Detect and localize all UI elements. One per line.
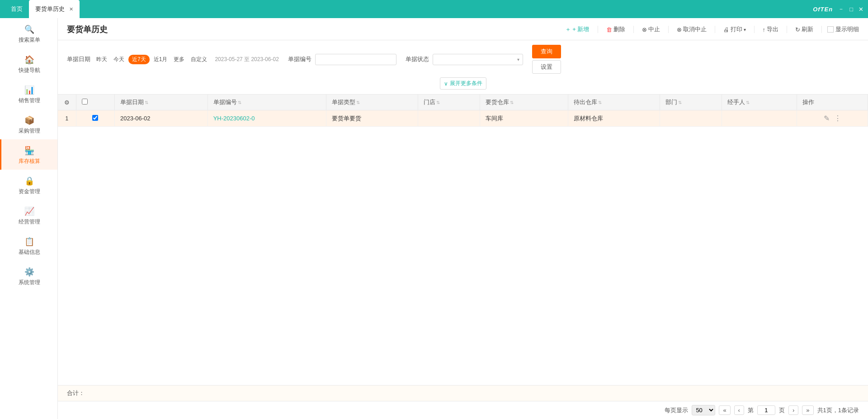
next-page-button[interactable]: ›	[788, 405, 798, 415]
sidebar-item-purchase-mgmt[interactable]: 📦 采购管理	[0, 109, 57, 139]
sort-bill-no-icon: ⇅	[238, 100, 241, 105]
cancel-stop-label: 取消中止	[683, 25, 707, 33]
date-range-display: 2023-05-27 至 2023-06-02	[215, 56, 278, 63]
minimize-icon[interactable]: －	[838, 5, 844, 13]
col-bill-type-header[interactable]: 单据类型 ⇅	[326, 95, 418, 110]
sidebar-item-system-mgmt[interactable]: ⚙️ 系统管理	[0, 261, 57, 291]
export-label: 导出	[767, 25, 778, 33]
row-checkbox[interactable]	[76, 110, 114, 127]
sidebar-item-operations-mgmt[interactable]: 📈 经营管理	[0, 200, 57, 230]
print-label: 打印	[731, 25, 742, 33]
show-detail-toggle[interactable]: 显示明细	[827, 25, 859, 33]
settings-col-icon[interactable]: ⚙	[64, 99, 70, 106]
setting-button[interactable]: 设置	[532, 60, 561, 74]
top-bar-right: OfTEn － □ ✕	[813, 5, 863, 13]
page-title: 要货单历史	[67, 24, 108, 35]
row-handler	[722, 110, 797, 127]
finance-mgmt-icon: 🔒	[24, 176, 34, 186]
refresh-button[interactable]: ↻ 刷新	[793, 24, 816, 35]
tab-requisition-history[interactable]: 要货单历史 ✕	[29, 0, 80, 18]
pagination-bar: 每页显示 20 50 100 200 « ‹ 第 页 › » 共1页，1条记录	[58, 401, 868, 419]
sidebar-item-purchase-mgmt-label: 采购管理	[19, 127, 40, 135]
stop-icon: ⊗	[642, 26, 647, 33]
export-icon: ↑	[763, 26, 766, 33]
filter-area: 单据日期 昨天 今天 近7天 近1月 更多 自定义 2023-05-27 至 2…	[58, 40, 868, 95]
col-bill-no-header[interactable]: 单据编号 ⇅	[208, 95, 326, 110]
col-department-header[interactable]: 部门 ⇅	[660, 95, 722, 110]
show-detail-checkbox[interactable]	[827, 26, 834, 33]
show-detail-label: 显示明细	[835, 25, 859, 33]
export-button[interactable]: ↑ 导出	[760, 24, 782, 35]
prev-page-button[interactable]: ‹	[734, 405, 744, 415]
col-bill-date-header[interactable]: 单据日期 ⇅	[114, 95, 208, 110]
sidebar-item-finance-mgmt-label: 资金管理	[19, 188, 40, 195]
sidebar-item-operations-mgmt-label: 经营管理	[19, 218, 40, 226]
table-header: ⚙ 单据日期 ⇅ 单据编号	[58, 95, 868, 110]
top-bar: 首页 要货单历史 ✕ OfTEn － □ ✕	[0, 0, 868, 18]
delete-label: 删除	[613, 25, 625, 33]
close-icon[interactable]: ✕	[859, 6, 863, 13]
row-edit-icon[interactable]: ✎	[824, 114, 830, 122]
col-req-warehouse-header[interactable]: 要货仓库 ⇅	[480, 95, 568, 110]
per-page-label: 每页显示	[665, 406, 688, 414]
maximize-icon[interactable]: □	[849, 6, 853, 13]
inventory-calc-icon: 🏪	[24, 146, 34, 156]
col-handler-header[interactable]: 经手人 ⇅	[722, 95, 797, 110]
first-page-button[interactable]: «	[719, 405, 730, 415]
sidebar-item-quick-nav[interactable]: 🏠 快捷导航	[0, 48, 57, 79]
date-btn-today[interactable]: 今天	[111, 55, 127, 64]
page-number-input[interactable]	[757, 405, 775, 415]
date-shortcuts: 昨天 今天 近7天 近1月 更多 自定义	[94, 55, 209, 64]
stop-label: 中止	[648, 25, 660, 33]
stop-button[interactable]: ⊗ 中止	[639, 24, 663, 35]
date-btn-more[interactable]: 更多	[171, 55, 187, 64]
sort-department-icon: ⇅	[678, 100, 682, 105]
delete-button[interactable]: 🗑 删除	[604, 24, 628, 35]
bill-status-select[interactable]	[433, 54, 523, 65]
home-tab-label: 首页	[11, 5, 23, 13]
sidebar-item-sales-mgmt[interactable]: 📊 销售管理	[0, 79, 57, 109]
new-label: + 新增	[572, 25, 589, 33]
table-row: 1 2023-06-02 YH-20230602-0 要货单要货 车间库 原材料…	[58, 110, 868, 127]
row-num: 1	[58, 110, 76, 127]
sort-req-warehouse-icon: ⇅	[510, 100, 514, 105]
sidebar-item-search-menu-label: 搜索菜单	[19, 36, 40, 44]
date-btn-custom[interactable]: 自定义	[189, 55, 209, 64]
sidebar-item-sales-mgmt-label: 销售管理	[19, 97, 40, 105]
page-input-label: 第	[748, 406, 754, 414]
refresh-icon: ↻	[795, 26, 800, 33]
col-pending-warehouse-header[interactable]: 待出仓库 ⇅	[568, 95, 660, 110]
date-btn-1month[interactable]: 近1月	[151, 55, 170, 64]
date-btn-7days[interactable]: 近7天	[128, 55, 150, 64]
cancel-stop-button[interactable]: ⊗ 取消中止	[674, 24, 709, 35]
refresh-label: 刷新	[802, 25, 813, 33]
new-button[interactable]: ＋ + 新增	[562, 24, 592, 35]
sidebar-item-finance-mgmt[interactable]: 🔒 资金管理	[0, 170, 57, 200]
divider5	[754, 26, 755, 33]
sort-pending-warehouse-icon: ⇅	[598, 100, 602, 105]
per-page-select[interactable]: 20 50 100 200	[692, 405, 715, 415]
expand-more-button[interactable]: ∨ 展开更多条件	[440, 77, 486, 90]
divider1	[598, 26, 598, 33]
delete-icon: 🗑	[606, 26, 612, 33]
col-settings[interactable]: ⚙	[58, 95, 76, 110]
row-more-icon[interactable]: ⋮	[834, 114, 841, 122]
sidebar-item-basic-info[interactable]: 📋 基础信息	[0, 230, 57, 261]
sidebar-item-search-menu[interactable]: 🔍 搜索菜单	[0, 18, 57, 48]
select-all-checkbox[interactable]	[82, 99, 88, 105]
col-store-header[interactable]: 门店 ⇅	[418, 95, 480, 110]
bill-no-filter-group: 单据编号	[288, 54, 396, 65]
new-icon: ＋	[565, 25, 571, 33]
print-button[interactable]: 🖨 打印 ▾	[721, 24, 749, 35]
sidebar-item-inventory-calc[interactable]: 🏪 库存核算	[0, 139, 57, 170]
row-actions: ✎ ⋮	[797, 110, 868, 127]
query-button[interactable]: 查询	[532, 45, 561, 58]
tab-home[interactable]: 首页	[5, 0, 29, 18]
date-btn-yesterday[interactable]: 昨天	[94, 55, 109, 64]
bill-no-input[interactable]	[315, 54, 396, 65]
last-page-button[interactable]: »	[802, 405, 813, 415]
divider7	[821, 26, 822, 33]
sort-bill-type-icon: ⇅	[356, 100, 360, 105]
row-bill-no[interactable]: YH-20230602-0	[208, 110, 326, 127]
tab-close-icon[interactable]: ✕	[69, 6, 73, 12]
